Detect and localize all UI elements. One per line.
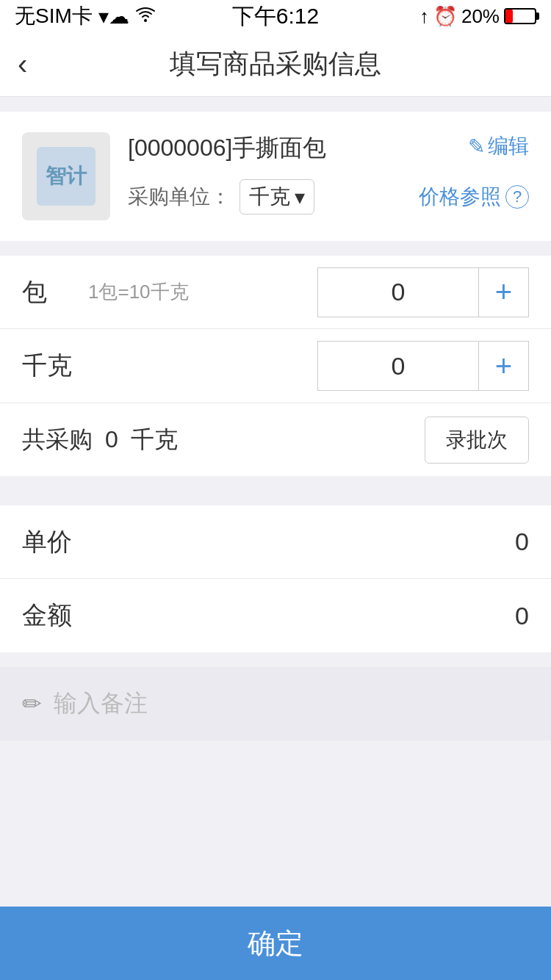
product-image: 智计 xyxy=(22,132,110,220)
battery-icon xyxy=(504,8,536,24)
carrier-text: 无SIM卡 xyxy=(15,2,93,30)
price-value-unit: 0 xyxy=(515,527,529,556)
input-right-bao: + xyxy=(317,267,529,317)
wifi-icon: ▾☁ xyxy=(98,4,129,29)
unit-select[interactable]: 千克 ▾ xyxy=(240,179,314,215)
nav-bar: ‹ 填写商品采购信息 xyxy=(0,32,551,97)
battery-text: 20% xyxy=(461,5,500,28)
status-time: 下午6:12 xyxy=(232,1,319,32)
total-text: 共采购 0 千克 xyxy=(22,424,178,456)
confirm-button[interactable]: 确定 xyxy=(0,907,551,980)
input-sublabel-bao: 1包=10千克 xyxy=(88,279,189,305)
total-prefix: 共采购 xyxy=(22,426,93,453)
qty-input-kg[interactable] xyxy=(317,341,479,391)
price-row-amount: 金额 0 xyxy=(0,579,551,652)
plus-button-kg[interactable]: + xyxy=(479,341,529,391)
price-ref-label: 价格参照 xyxy=(419,183,501,211)
product-logo: 智计 xyxy=(37,147,96,206)
status-bar: 无SIM卡 ▾☁ 下午6:12 ↑ ⏰ 20% xyxy=(0,0,551,32)
edit-label: 编辑 xyxy=(488,132,529,160)
price-ref-help-icon: ? xyxy=(505,185,529,209)
page-title: 填写商品采购信息 xyxy=(170,46,381,82)
quantity-input-section: 包 1包=10千克 + 千克 + xyxy=(0,256,551,403)
status-right: ↑ ⏰ 20% xyxy=(419,5,536,28)
back-button[interactable]: ‹ xyxy=(18,48,27,81)
input-label-bao: 包 xyxy=(22,275,81,309)
input-row-bao: 包 1包=10千克 + xyxy=(0,256,551,329)
input-row-kg: 千克 + xyxy=(0,329,551,403)
price-label-amount: 金额 xyxy=(22,599,72,633)
pencil-icon: ✏ xyxy=(22,690,42,718)
edit-button[interactable]: ✎ 编辑 xyxy=(468,132,529,160)
input-right-kg: + xyxy=(317,341,529,391)
edit-icon: ✎ xyxy=(468,134,485,159)
dropdown-arrow-icon: ▾ xyxy=(295,185,305,209)
unit-value: 千克 xyxy=(249,183,290,211)
wifi-signal xyxy=(135,4,156,28)
notes-section[interactable]: ✏ 输入备注 xyxy=(0,667,551,741)
section-divider-1 xyxy=(0,241,551,256)
product-header: [0000006]手撕面包 ✎ 编辑 xyxy=(128,132,529,165)
total-suffix: 千克 xyxy=(131,426,178,453)
qty-input-bao[interactable] xyxy=(317,267,479,317)
product-card: 智计 [0000006]手撕面包 ✎ 编辑 采购单位： 千克 ▾ 价格参照 ? xyxy=(0,112,551,241)
price-label-unit: 单价 xyxy=(22,525,72,559)
price-value-amount: 0 xyxy=(515,602,529,630)
batch-button[interactable]: 录批次 xyxy=(425,417,529,464)
section-divider-2 xyxy=(0,476,551,491)
confirm-button-label: 确定 xyxy=(248,925,303,962)
product-name: [0000006]手撕面包 xyxy=(128,132,326,165)
input-label-kg: 千克 xyxy=(22,349,81,383)
product-info: [0000006]手撕面包 ✎ 编辑 采购单位： 千克 ▾ 价格参照 ? xyxy=(128,132,529,215)
purchase-unit-label: 采购单位： xyxy=(128,183,231,211)
location-icon: ↑ xyxy=(419,5,429,28)
status-left: 无SIM卡 ▾☁ xyxy=(15,2,156,30)
plus-button-bao[interactable]: + xyxy=(479,267,529,317)
price-ref-button[interactable]: 价格参照 ? xyxy=(419,183,529,211)
svg-point-0 xyxy=(144,19,147,22)
notes-input[interactable]: 输入备注 xyxy=(54,688,148,720)
purchase-unit-row: 采购单位： 千克 ▾ 价格参照 ? xyxy=(128,179,529,215)
price-section: 单价 0 金额 0 xyxy=(0,505,551,652)
total-value: 0 xyxy=(105,426,118,453)
price-row-unit: 单价 0 xyxy=(0,505,551,579)
alarm-icon: ⏰ xyxy=(433,5,457,28)
total-row: 共采购 0 千克 录批次 xyxy=(0,403,551,476)
